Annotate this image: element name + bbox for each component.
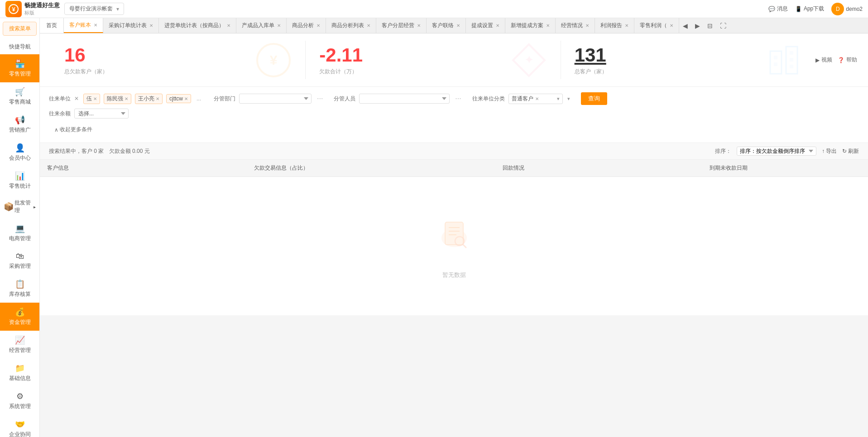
filter-tag-wu[interactable]: 伍 ✕ [83, 94, 100, 104]
tab-promotion-settings[interactable]: 提成设置 ✕ [466, 18, 505, 33]
filter-tag-wang[interactable]: 王小亮 ✕ [135, 94, 163, 104]
tab-customer-contact[interactable]: 客户联络 ✕ [427, 18, 466, 33]
sidebar-item-enterprise-collab[interactable]: 🤝 企业协同 [0, 415, 39, 437]
result-actions: 排序： 排序：按欠款金额倒序排序 ↑ 导出 ↻ 刷新 [715, 147, 859, 156]
sidebar-item-purchase-mgmt[interactable]: 🛍 采购管理 [0, 247, 39, 275]
unit-class-expand[interactable]: ▾ [567, 96, 570, 102]
tab-close-profit-report[interactable]: ✕ [625, 23, 628, 28]
avatar: D [831, 3, 844, 15]
app-download-button[interactable]: 📱 App下载 [795, 5, 824, 13]
tab-close-product-in[interactable]: ✕ [277, 23, 281, 28]
tab-close-customer-contact[interactable]: ✕ [456, 23, 460, 28]
unit-class-tag-close[interactable]: ✕ [535, 96, 539, 101]
svg-rect-8 [774, 56, 777, 59]
stat-overdue-amount-label: 欠款合计（万） [319, 68, 363, 76]
tab-product-analysis-list[interactable]: 商品分析列表 ✕ [326, 18, 376, 33]
sidebar-item-system[interactable]: ⚙ 系统管理 [0, 387, 39, 415]
sidebar-item-operations[interactable]: 📈 经营管理 [0, 331, 39, 359]
tag-close-wang[interactable]: ✕ [156, 96, 159, 101]
sidebar-item-basic-info[interactable]: 📁 基础信息 [0, 359, 39, 387]
tab-close-customer-account[interactable]: ✕ [94, 23, 97, 28]
tab-customer-tier[interactable]: 客户分层经营 ✕ [376, 18, 427, 33]
balance-select[interactable]: 选择... [74, 109, 129, 119]
tab-home[interactable]: 首页 [40, 18, 64, 33]
tab-more-button[interactable]: ⊟ [704, 18, 716, 33]
sidebar-item-inventory[interactable]: 📋 库存核算 [0, 275, 39, 303]
search-menu-button[interactable]: 搜索菜单 [3, 22, 37, 36]
export-button[interactable]: ↑ 导出 [822, 147, 837, 155]
video-button[interactable]: ▶ 视频 [815, 56, 832, 64]
person-select[interactable] [359, 94, 450, 104]
tab-close-purchase-order[interactable]: ✕ [149, 23, 153, 28]
tab-close-product-analysis[interactable]: ✕ [317, 23, 320, 28]
org-selector[interactable]: 母婴行业演示帐套 ▾ [64, 3, 124, 15]
sidebar-item-retail-stats[interactable]: 📊 零售统计 [0, 166, 39, 195]
refresh-button[interactable]: ↻ 刷新 [842, 147, 859, 155]
filter-tag-chen[interactable]: 陈民强 ✕ [104, 94, 131, 104]
chevron-right-icon: ▸ [34, 204, 36, 209]
tab-customer-account[interactable]: 客户账本 ✕ [64, 18, 103, 33]
tab-business-status[interactable]: 经营情况 ✕ [556, 18, 595, 33]
tab-close-retail-profit[interactable]: ✕ [670, 23, 673, 28]
tab-fullscreen-button[interactable]: ⛶ [716, 18, 730, 33]
sort-select[interactable]: 排序：按欠款金额倒序排序 [737, 147, 816, 156]
dept-more-icon[interactable]: ··· [317, 95, 323, 103]
tab-retail-profit[interactable]: 零售利润（ ✕ [634, 18, 679, 33]
retail-mgmt-icon: 🏪 [15, 59, 25, 69]
sidebar-item-ecommerce[interactable]: 💻 电商管理 [0, 219, 39, 247]
sidebar-item-finance[interactable]: 💰 资金管理 [0, 303, 39, 331]
svg-line-19 [463, 244, 466, 247]
svg-text:¥: ¥ [270, 52, 278, 67]
tab-purchase-order[interactable]: 采购订单统计表 ✕ [103, 18, 159, 33]
basic-info-icon: 📁 [15, 363, 25, 373]
svg-rect-14 [445, 222, 463, 245]
message-button[interactable]: 💬 消息 [768, 5, 788, 13]
unit-clear-icon[interactable]: ✕ [74, 95, 79, 102]
tag-close-wu[interactable]: ✕ [93, 96, 97, 101]
sidebar-item-retail-mall[interactable]: 🛒 零售商城 [0, 82, 39, 110]
tab-product-in[interactable]: 产成品入库单 ✕ [236, 18, 287, 33]
sidebar-item-marketing[interactable]: 📢 营销推广 [0, 110, 39, 138]
collapse-button[interactable]: ∧ 收起更多条件 [49, 124, 859, 135]
dept-filter-label: 分管部门 [214, 95, 235, 103]
tab-bar: 首页 客户账本 ✕ 采购订单统计表 ✕ 进货单统计表（按商品） ✕ 产成品入库单… [40, 18, 868, 33]
tab-close-customer-tier[interactable]: ✕ [417, 23, 421, 28]
download-icon: 📱 [795, 6, 802, 12]
dept-select[interactable] [239, 94, 312, 104]
person-more-icon[interactable]: ··· [455, 95, 461, 103]
collapse-icon: ∧ [54, 127, 58, 133]
tab-close-business-status[interactable]: ✕ [585, 23, 589, 28]
quick-nav-button[interactable]: 快捷导航 [0, 39, 39, 54]
tab-new-promotion-plan[interactable]: 新增提成方案 ✕ [505, 18, 556, 33]
tag-close-chen[interactable]: ✕ [125, 96, 128, 101]
help-button[interactable]: ❓ 帮助 [838, 56, 857, 64]
tab-close-new-promotion-plan[interactable]: ✕ [546, 23, 550, 28]
sidebar-item-batch-mgmt[interactable]: 📦 批发管理 ▸ [0, 195, 39, 219]
main-content: ¥ 16 总欠款客户（家） ✦ [40, 33, 868, 437]
message-icon: 💬 [768, 6, 775, 12]
collapse-row: ∧ 收起更多条件 [49, 122, 859, 137]
user-menu-button[interactable]: D demo2 [831, 3, 863, 15]
tag-close-cjttcw[interactable]: ✕ [184, 96, 188, 101]
sidebar-item-retail-mgmt[interactable]: 🏪 零售管理 [0, 54, 39, 82]
logo-icon: ¥ [5, 1, 22, 17]
tab-scroll-right-button[interactable]: ▶ [691, 18, 704, 33]
tab-close-incoming-stats[interactable]: ✕ [227, 23, 230, 28]
data-table-container: 客户信息 欠款交易信息（占比） 回款情况 到期未收款日期 [40, 160, 868, 315]
tab-scroll-left-button[interactable]: ◀ [679, 18, 691, 33]
content-area: 首页 客户账本 ✕ 采购订单统计表 ✕ 进货单统计表（按商品） ✕ 产成品入库单… [40, 18, 868, 437]
tab-product-analysis[interactable]: 商品分析 ✕ [287, 18, 326, 33]
query-button[interactable]: 查询 [581, 92, 607, 105]
filter-more-button[interactable]: ... [195, 95, 203, 103]
sort-label: 排序： [715, 147, 731, 155]
person-filter-label: 分管人员 [334, 95, 355, 103]
tab-incoming-stats[interactable]: 进货单统计表（按商品） ✕ [159, 18, 236, 33]
unit-class-chevron[interactable]: ▾ [557, 96, 560, 102]
tab-close-promotion-settings[interactable]: ✕ [496, 23, 499, 28]
tab-profit-report[interactable]: 利润报告 ✕ [595, 18, 634, 33]
filter-row-2: 往来余额 选择... [49, 109, 859, 119]
sidebar-item-member-center[interactable]: 👤 会员中心 [0, 138, 39, 166]
logo-text: 畅捷通好生意 标版 [24, 1, 60, 16]
filter-tag-cjttcw[interactable]: cjttcw ✕ [166, 94, 191, 103]
tab-close-product-analysis-list[interactable]: ✕ [367, 23, 370, 28]
